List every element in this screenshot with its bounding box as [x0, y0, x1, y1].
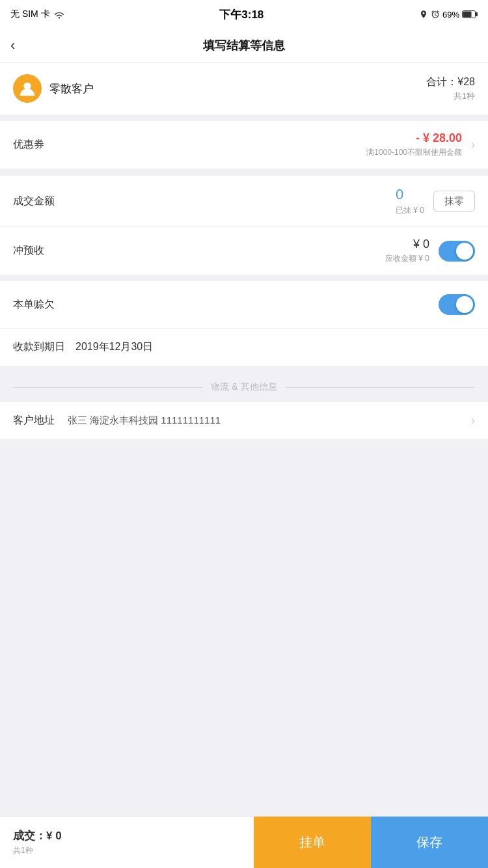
battery-icon [462, 10, 478, 18]
prepay-values: ¥ 0 应收金额 ¥ 0 [385, 237, 429, 264]
debt-toggle[interactable] [439, 294, 475, 315]
bottom-deal: 成交：¥ 0 [13, 828, 241, 843]
chevron-icon: › [471, 138, 475, 152]
customer-left: 零散客户 [13, 74, 94, 103]
status-right: 69% [419, 10, 478, 20]
bottom-deal-label: 成交： [13, 830, 46, 842]
deal-amount-label: 成交金额 [13, 195, 55, 208]
coupon-row[interactable]: 优惠券 - ¥ 28.00 满1000-100不限制使用金额 › [0, 121, 488, 169]
section-separator-2 [0, 275, 488, 281]
toggle-thumb [456, 243, 473, 260]
deal-amount-sub: 已抹 ¥ 0 [396, 205, 424, 216]
coupon-desc: 满1000-100不限制使用金额 [366, 147, 462, 158]
total-count: 共1种 [426, 90, 475, 102]
deal-amount-right: 0 已抹 ¥ 0 抹零 [396, 186, 475, 216]
prepay-sub: 应收金额 ¥ 0 [385, 253, 429, 264]
address-row[interactable]: 客户地址 张三 海淀永丰科技园 11111111111 › [0, 402, 488, 439]
status-bar: 无 SIM 卡 下午3:18 69% [0, 0, 488, 29]
debt-toggle-thumb [456, 296, 473, 313]
save-button[interactable]: 保存 [371, 817, 488, 869]
back-button[interactable]: ‹ [10, 37, 15, 54]
coupon-info: - ¥ 28.00 满1000-100不限制使用金额 [366, 131, 462, 158]
due-date-row: 收款到期日 2019年12月30日 [0, 328, 488, 366]
customer-right: 合计：¥28 共1种 [426, 75, 475, 102]
logistics-line-left [13, 387, 203, 388]
prepay-toggle[interactable] [439, 241, 475, 262]
due-date-label: 收款到期日 [13, 340, 65, 354]
logistics-line-right [285, 387, 475, 388]
user-icon [18, 79, 36, 98]
customer-name: 零散客户 [49, 81, 94, 96]
prepay-amount: ¥ 0 [385, 237, 429, 251]
total-amount: 合计：¥28 [426, 75, 475, 89]
bottom-bar: 成交：¥ 0 共1种 挂单 保存 [0, 816, 488, 868]
nav-bar: ‹ 填写结算等信息 [0, 29, 488, 62]
round-button[interactable]: 抹零 [433, 191, 475, 212]
customer-row: 零散客户 合计：¥28 共1种 [0, 62, 488, 115]
section-separator-3 [0, 366, 488, 372]
coupon-right: - ¥ 28.00 满1000-100不限制使用金额 › [366, 131, 475, 158]
battery-text: 69% [442, 10, 459, 20]
prepay-row: 冲预收 ¥ 0 应收金额 ¥ 0 [0, 226, 488, 275]
coupon-amount: - ¥ 28.00 [366, 131, 462, 145]
page-title: 填写结算等信息 [203, 38, 285, 53]
deal-amount-value: 0 [396, 186, 424, 203]
sim-text: 无 SIM 卡 [10, 8, 50, 20]
svg-rect-1 [463, 12, 471, 18]
prepay-right: ¥ 0 应收金额 ¥ 0 [385, 237, 475, 264]
address-value: 张三 海淀永丰科技园 11111111111 [68, 414, 468, 427]
debt-label: 本单赊欠 [13, 298, 55, 312]
wifi-icon [54, 10, 64, 19]
status-time: 下午3:18 [219, 7, 264, 22]
logistics-sep: 物流 & 其他信息 [0, 372, 488, 402]
prepay-label: 冲预收 [13, 244, 44, 258]
hold-button[interactable]: 挂单 [254, 817, 371, 869]
debt-row: 本单赊欠 [0, 281, 488, 328]
due-date-value: 2019年12月30日 [75, 340, 153, 354]
coupon-label: 优惠券 [13, 138, 44, 152]
bottom-info: 成交：¥ 0 共1种 [0, 828, 254, 856]
content: 零散客户 合计：¥28 共1种 优惠券 - ¥ 28.00 满1000-100不… [0, 62, 488, 498]
alarm-icon [431, 10, 440, 19]
address-label: 客户地址 [13, 414, 59, 427]
avatar [13, 74, 42, 103]
bottom-count: 共1种 [13, 845, 241, 856]
svg-rect-2 [476, 12, 478, 16]
section-separator-1 [0, 169, 488, 176]
location-icon [419, 10, 428, 19]
bottom-deal-amount: ¥ 0 [46, 830, 62, 842]
logistics-text: 物流 & 其他信息 [203, 381, 284, 393]
status-left: 无 SIM 卡 [10, 8, 64, 20]
deal-amount-row: 成交金额 0 已抹 ¥ 0 抹零 [0, 176, 488, 226]
address-chevron-icon: › [471, 414, 475, 427]
